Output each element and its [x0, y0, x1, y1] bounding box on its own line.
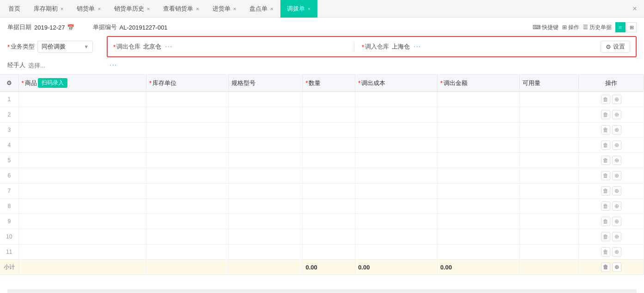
copy-row-button[interactable]: ⊕	[612, 156, 621, 165]
row-unit[interactable]	[146, 244, 229, 260]
row-unit[interactable]	[146, 92, 229, 107]
row-amount[interactable]	[437, 214, 520, 229]
tab-transfer[interactable]: 调拨单 ×	[280, 0, 317, 18]
copy-row-button[interactable]: ⊕	[612, 186, 621, 195]
row-product[interactable]	[18, 199, 146, 214]
copy-row-button[interactable]: ⊕	[612, 232, 621, 241]
row-available[interactable]	[519, 153, 578, 168]
th-gear[interactable]: ⚙	[0, 74, 18, 92]
copy-row-button[interactable]: ⊕	[612, 217, 621, 226]
row-cost[interactable]	[355, 244, 437, 260]
copy-row-button[interactable]: ⊕	[612, 262, 621, 272]
row-amount[interactable]	[437, 168, 520, 183]
row-cost[interactable]	[355, 168, 437, 183]
row-available[interactable]	[519, 168, 578, 183]
row-product[interactable]	[18, 229, 146, 244]
tab-close-icon[interactable]: ×	[61, 6, 63, 12]
row-product[interactable]	[18, 138, 146, 153]
copy-row-button[interactable]: ⊕	[612, 140, 621, 150]
row-cost[interactable]	[355, 229, 437, 244]
delete-row-button[interactable]: 🗑	[601, 232, 610, 241]
row-unit[interactable]	[146, 168, 229, 183]
row-available[interactable]	[519, 122, 578, 138]
delete-row-button[interactable]: 🗑	[601, 140, 610, 150]
row-available[interactable]	[519, 138, 578, 153]
delete-row-button[interactable]: 🗑	[601, 201, 610, 211]
row-amount[interactable]	[437, 92, 520, 107]
layout-grid-button[interactable]: ⊞	[626, 22, 637, 32]
row-product[interactable]	[18, 244, 146, 260]
row-amount[interactable]	[437, 107, 520, 122]
delete-row-button[interactable]: 🗑	[601, 125, 610, 134]
row-amount[interactable]	[437, 183, 520, 199]
history-button[interactable]: ☰ 历史单据	[583, 24, 612, 31]
tab-close-icon[interactable]: ×	[196, 6, 199, 12]
gear-settings-icon[interactable]: ⚙	[6, 79, 12, 86]
row-qty[interactable]	[303, 92, 355, 107]
row-spec[interactable]	[228, 199, 302, 214]
layout-list-button[interactable]: ≡	[615, 22, 626, 32]
row-amount[interactable]	[437, 138, 520, 153]
copy-row-button[interactable]: ⊕	[612, 171, 621, 180]
row-qty[interactable]	[303, 199, 355, 214]
row-amount[interactable]	[437, 229, 520, 244]
row-cost[interactable]	[355, 183, 437, 199]
row-cost[interactable]	[355, 153, 437, 168]
row-available[interactable]	[519, 199, 578, 214]
tab-close-icon[interactable]: ×	[147, 6, 150, 12]
person-more-button[interactable]: ···	[109, 61, 117, 69]
row-spec[interactable]	[228, 122, 302, 138]
copy-row-button[interactable]: ⊕	[612, 247, 621, 256]
row-qty[interactable]	[303, 168, 355, 183]
row-qty[interactable]	[303, 138, 355, 153]
row-available[interactable]	[519, 92, 578, 107]
row-spec[interactable]	[228, 244, 302, 260]
tab-purchase[interactable]: 进货单 ×	[206, 0, 243, 18]
row-unit[interactable]	[146, 214, 229, 229]
tab-close-icon[interactable]: ×	[233, 6, 236, 12]
row-cost[interactable]	[355, 138, 437, 153]
row-amount[interactable]	[437, 199, 520, 214]
row-available[interactable]	[519, 244, 578, 260]
row-spec[interactable]	[228, 107, 302, 122]
delete-row-button[interactable]: 🗑	[601, 217, 610, 226]
copy-row-button[interactable]: ⊕	[612, 201, 621, 211]
row-qty[interactable]	[303, 107, 355, 122]
delete-row-button[interactable]: 🗑	[601, 156, 610, 165]
tab-view-sales[interactable]: 查看销货单 ×	[157, 0, 206, 18]
delete-row-button[interactable]: 🗑	[601, 171, 610, 180]
row-unit[interactable]	[146, 229, 229, 244]
tab-close-icon[interactable]: ×	[97, 6, 100, 12]
window-close-button[interactable]: ×	[627, 1, 642, 16]
row-unit[interactable]	[146, 153, 229, 168]
operations-button[interactable]: ⊞ 操作	[562, 24, 579, 31]
delete-row-button[interactable]: 🗑	[601, 110, 610, 119]
row-cost[interactable]	[355, 92, 437, 107]
horizontal-scrollbar[interactable]	[7, 289, 637, 293]
copy-row-button[interactable]: ⊕	[612, 110, 621, 119]
row-qty[interactable]	[303, 229, 355, 244]
warehouse-settings-button[interactable]: ⚙ 设置	[601, 41, 630, 53]
tab-inventory[interactable]: 盘点单 ×	[243, 0, 280, 18]
row-spec[interactable]	[228, 92, 302, 107]
row-product[interactable]	[18, 214, 146, 229]
delete-row-button[interactable]: 🗑	[601, 95, 610, 104]
tab-sales-order[interactable]: 销货单 ×	[70, 0, 107, 18]
row-spec[interactable]	[228, 168, 302, 183]
row-cost[interactable]	[355, 214, 437, 229]
row-qty[interactable]	[303, 153, 355, 168]
row-unit[interactable]	[146, 107, 229, 122]
tab-close-active-icon[interactable]: ×	[308, 6, 310, 12]
row-unit[interactable]	[146, 138, 229, 153]
calendar-icon[interactable]: 📅	[67, 24, 74, 31]
copy-row-button[interactable]: ⊕	[612, 125, 621, 134]
row-product[interactable]	[18, 122, 146, 138]
row-amount[interactable]	[437, 244, 520, 260]
row-cost[interactable]	[355, 107, 437, 122]
row-product[interactable]	[18, 92, 146, 107]
row-spec[interactable]	[228, 229, 302, 244]
tab-home[interactable]: 首页	[2, 0, 27, 18]
shortcuts-button[interactable]: ⌨ 快捷键	[533, 24, 559, 31]
scan-button[interactable]: 扫码录入	[38, 78, 67, 88]
row-product[interactable]	[18, 107, 146, 122]
